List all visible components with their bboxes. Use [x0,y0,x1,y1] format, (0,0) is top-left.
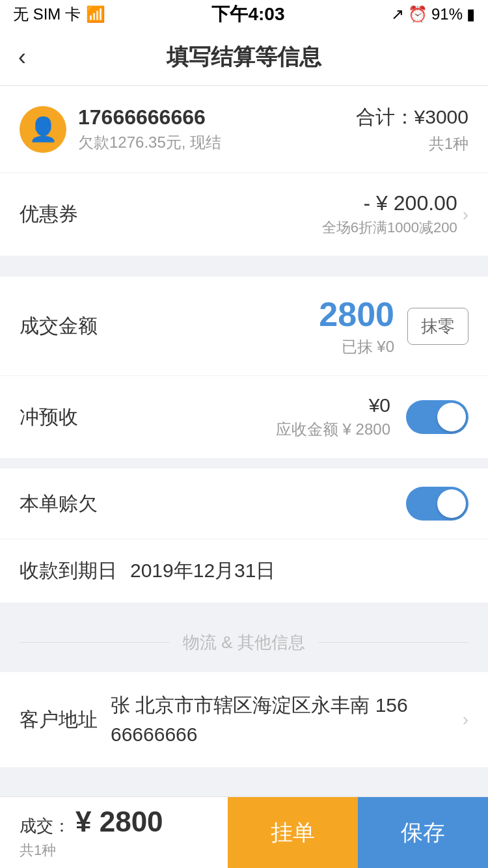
debt-label: 本单赊欠 [20,491,98,517]
prereceive-right: ¥0 应收金额 ¥ 2800 [276,394,468,440]
alarm-icon: ⏰ [408,5,427,23]
deal-amount-card: 成交金额 2800 已抹 ¥0 抹零 冲预收 ¥0 应收金额 ¥ 2800 [0,277,488,458]
back-button[interactable]: ‹ [18,44,26,71]
status-bar: 无 SIM 卡 📶 下午4:03 ↗ ⏰ 91% ▮ [0,0,488,29]
battery-icon: ▮ [467,5,475,23]
user-debt: 欠款1276.35元, 现结 [78,132,221,153]
no-sim-text: 无 SIM 卡 [13,4,81,25]
deal-amount-row: 成交金额 2800 已抹 ¥0 抹零 [0,277,488,376]
user-phone: 17666666666 [78,105,221,129]
coupon-discount: - ¥ 200.00 [322,191,457,215]
status-right: ↗ ⏰ 91% ▮ [391,5,475,23]
debt-card: 本单赊欠 收款到期日 2019年12月31日 [0,468,488,603]
nav-bar: ‹ 填写结算等信息 [0,29,488,86]
user-left: 👤 17666666666 欠款1276.35元, 现结 [20,105,221,153]
wifi-icon: 📶 [86,5,105,23]
address-label: 客户地址 [20,707,98,733]
prereceive-value-group: ¥0 应收金额 ¥ 2800 [276,394,390,440]
pre-receive-label: 冲预收 [20,404,78,431]
location-icon: ↗ [391,5,404,23]
status-time: 下午4:03 [211,2,284,27]
user-row: 👤 17666666666 欠款1276.35元, 现结 合计：¥3000 共1… [0,86,488,172]
coupon-info: - ¥ 200.00 全场6折满1000减200 [322,191,457,237]
user-info: 17666666666 欠款1276.35元, 现结 [78,105,221,153]
bottom-summary-count: 共1种 [20,841,208,860]
hang-button[interactable]: 挂单 [228,797,358,869]
pre-receive-toggle[interactable] [406,400,468,434]
coupon-desc: 全场6折满1000减200 [322,218,457,237]
user-info-card: 👤 17666666666 欠款1276.35元, 现结 合计：¥3000 共1… [0,86,488,256]
avatar: 👤 [20,106,66,153]
logistics-line-left [20,642,170,643]
page-title: 填写结算等信息 [167,42,321,72]
coupon-label: 优惠券 [20,201,78,228]
debt-row: 本单赊欠 [0,468,488,539]
due-date-value: 2019年12月31日 [130,558,275,584]
logistics-label: 物流 & 其他信息 [183,631,305,654]
debt-toggle[interactable] [406,487,468,521]
deal-amount-label: 成交金额 [20,313,98,340]
amount-value-group: 2800 已抹 ¥0 [319,295,394,357]
toggle-knob [437,403,466,431]
due-date-label: 收款到期日 [20,558,117,584]
save-button[interactable]: 保存 [358,797,488,869]
battery-text: 91% [431,5,463,23]
address-row[interactable]: 客户地址 张 北京市市辖区海淀区永丰南 156 66666666 › [0,672,488,767]
debt-toggle-knob [437,489,466,518]
coupon-arrow-icon: › [463,204,468,225]
coupon-row[interactable]: 优惠券 - ¥ 200.00 全场6折满1000减200 › [0,172,488,256]
prereceive-value: ¥0 [276,394,390,416]
section-divider-3 [0,603,488,613]
due-date-row: 收款到期日 2019年12月31日 [0,539,488,603]
logistics-header: 物流 & 其他信息 [0,613,488,672]
address-value: 张 北京市市辖区海淀区永丰南 156 66666666 [111,690,463,749]
amount-erased: 已抹 ¥0 [319,336,394,357]
prereceive-desc: 应收金额 ¥ 2800 [276,419,390,440]
address-arrow-icon: › [463,709,468,730]
round-zero-button[interactable]: 抹零 [407,308,468,345]
bottom-summary-top: 成交： ¥ 2800 [20,806,208,838]
content: 👤 17666666666 欠款1276.35元, 现结 合计：¥3000 共1… [0,86,488,868]
total-amount: 合计：¥3000 [356,104,468,131]
bottom-summary-amount: ¥ 2800 [75,806,163,838]
amount-right: 2800 已抹 ¥0 抹零 [319,295,468,357]
section-divider-2 [0,458,488,468]
bottom-summary: 成交： ¥ 2800 共1种 [0,806,228,860]
amount-value: 2800 [319,295,394,334]
pre-receive-row: 冲预收 ¥0 应收金额 ¥ 2800 [0,376,488,458]
user-right: 合计：¥3000 共1种 [356,104,468,154]
logistics-line-right [318,642,468,643]
section-divider-1 [0,266,488,277]
bottom-bar: 成交： ¥ 2800 共1种 挂单 保存 [0,796,488,868]
status-left: 无 SIM 卡 📶 [13,4,105,25]
bottom-summary-label: 成交： [20,815,70,837]
total-count: 共1种 [356,133,468,154]
